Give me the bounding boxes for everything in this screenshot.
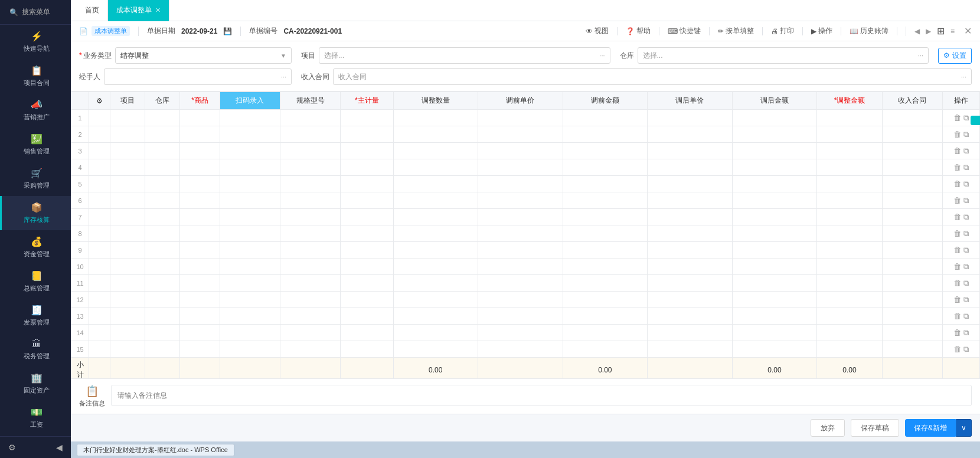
search-menu-button[interactable]: 🔍 搜索菜单	[6, 5, 65, 19]
right-tab-1[interactable]	[971, 116, 980, 125]
row-copy-3[interactable]: ⧉	[963, 146, 969, 156]
cell-settings-9[interactable]	[89, 242, 110, 259]
cell-after_amount-1[interactable]	[732, 110, 817, 126]
sidebar-search-area[interactable]: 🔍 搜索菜单	[0, 0, 71, 25]
cell-adj_qty-6[interactable]	[393, 192, 478, 209]
cell-project-15[interactable]	[110, 341, 145, 358]
cell-actions-3[interactable]: 🗑⧉	[943, 143, 980, 159]
col-scan[interactable]: 扫码录入	[220, 92, 280, 110]
row-delete-12[interactable]: 🗑	[953, 295, 961, 305]
cell-project-10[interactable]	[110, 259, 145, 275]
row-delete-8[interactable]: 🗑	[953, 229, 961, 238]
cell-actions-12[interactable]: 🗑⧉	[943, 292, 980, 308]
cell-income_contract-10[interactable]	[882, 259, 942, 275]
biz-type-input[interactable]: 结存调整 ▼	[115, 47, 292, 64]
cell-scan-8[interactable]	[220, 225, 280, 242]
cell-settings-14[interactable]	[89, 325, 110, 341]
cell-actions-7[interactable]: 🗑⧉	[943, 209, 980, 225]
cell-prev_amount-4[interactable]	[563, 159, 648, 176]
cell-warehouse-8[interactable]	[145, 225, 180, 242]
cell-spec-15[interactable]	[280, 341, 341, 358]
cell-income_contract-4[interactable]	[882, 159, 942, 176]
collapse-icon[interactable]: ◀	[56, 443, 63, 452]
cell-unit-8[interactable]	[341, 225, 393, 242]
cell-product-14[interactable]	[180, 325, 220, 341]
handler-input[interactable]: ···	[104, 68, 292, 85]
sidebar-item-sales-promo[interactable]: 📣营销推广	[0, 93, 71, 127]
cell-adj_qty-15[interactable]	[393, 341, 478, 358]
cell-scan-9[interactable]	[220, 242, 280, 259]
cell-project-7[interactable]	[110, 209, 145, 225]
row-copy-5[interactable]: ⧉	[963, 179, 969, 189]
cell-adj_qty-2[interactable]	[393, 126, 478, 143]
cell-scan-15[interactable]	[220, 341, 280, 358]
cell-settings-1[interactable]	[89, 110, 110, 126]
cell-after_amount-10[interactable]	[732, 259, 817, 275]
cell-project-11[interactable]	[110, 275, 145, 292]
cell-prev_price-3[interactable]	[478, 143, 563, 159]
sidebar-item-tax-mgmt[interactable]: 🏛税务管理	[0, 333, 71, 367]
cell-unit-3[interactable]	[341, 143, 393, 159]
row-delete-10[interactable]: 🗑	[953, 262, 961, 271]
cell-spec-2[interactable]	[280, 126, 341, 143]
cell-prev_amount-9[interactable]	[563, 242, 648, 259]
cell-prev_amount-14[interactable]	[563, 325, 648, 341]
cell-prev_price-11[interactable]	[478, 275, 563, 292]
cell-warehouse-10[interactable]	[145, 259, 180, 275]
cell-after_amount-8[interactable]	[732, 225, 817, 242]
cell-settings-10[interactable]	[89, 259, 110, 275]
cell-adj_amount-2[interactable]	[817, 126, 883, 143]
cell-unit-4[interactable]	[341, 159, 393, 176]
cell-product-3[interactable]	[180, 143, 220, 159]
row-copy-14[interactable]: ⧉	[963, 328, 969, 338]
cell-income_contract-8[interactable]	[882, 225, 942, 242]
cell-prev_amount-6[interactable]	[563, 192, 648, 209]
cell-warehouse-11[interactable]	[145, 275, 180, 292]
cell-warehouse-7[interactable]	[145, 209, 180, 225]
cell-adj_amount-14[interactable]	[817, 325, 883, 341]
toolbar-print-button[interactable]: 🖨打印	[767, 25, 798, 37]
cell-prev_price-7[interactable]	[478, 209, 563, 225]
cell-after_amount-3[interactable]	[732, 143, 817, 159]
cell-prev_price-8[interactable]	[478, 225, 563, 242]
cell-spec-7[interactable]	[280, 209, 341, 225]
cell-spec-13[interactable]	[280, 308, 341, 325]
cell-adj_amount-10[interactable]	[817, 259, 883, 275]
cell-unit-9[interactable]	[341, 242, 393, 259]
tab-close-cost-adjust[interactable]: ✕	[155, 6, 161, 14]
cell-adj_amount-13[interactable]	[817, 308, 883, 325]
toolbar-help-button[interactable]: ❓帮助	[622, 25, 654, 37]
settings-icon[interactable]: ⚙	[8, 443, 16, 452]
cell-project-13[interactable]	[110, 308, 145, 325]
cell-actions-4[interactable]: 🗑⧉	[943, 159, 980, 176]
cell-warehouse-9[interactable]	[145, 242, 180, 259]
cell-settings-4[interactable]	[89, 159, 110, 176]
cell-prev_amount-13[interactable]	[563, 308, 648, 325]
toolbar-view-button[interactable]: 👁视图	[582, 25, 612, 37]
cell-adj_qty-8[interactable]	[393, 225, 478, 242]
cell-spec-11[interactable]	[280, 275, 341, 292]
cell-actions-10[interactable]: 🗑⧉	[943, 259, 980, 275]
cell-adj_amount-6[interactable]	[817, 192, 883, 209]
cell-product-7[interactable]	[180, 209, 220, 225]
cell-project-8[interactable]	[110, 225, 145, 242]
cell-scan-4[interactable]	[220, 159, 280, 176]
cell-adj_amount-15[interactable]	[817, 341, 883, 358]
cell-prev_price-14[interactable]	[478, 325, 563, 341]
cell-project-1[interactable]	[110, 110, 145, 126]
row-copy-6[interactable]: ⧉	[963, 196, 969, 205]
cell-project-9[interactable]	[110, 242, 145, 259]
cell-actions-5[interactable]: 🗑⧉	[943, 176, 980, 192]
wps-task-item[interactable]: 木门行业好业财处理方案-墨红红.doc - WPS Office	[77, 444, 234, 456]
row-delete-9[interactable]: 🗑	[953, 246, 961, 255]
cell-adj_amount-11[interactable]	[817, 275, 883, 292]
cell-unit-6[interactable]	[341, 192, 393, 209]
cell-actions-2[interactable]: 🗑⧉	[943, 126, 980, 143]
cell-adj_qty-1[interactable]	[393, 110, 478, 126]
row-delete-2[interactable]: 🗑	[953, 130, 961, 139]
cell-warehouse-4[interactable]	[145, 159, 180, 176]
cell-prev_price-9[interactable]	[478, 242, 563, 259]
cell-after_price-10[interactable]	[648, 259, 733, 275]
sidebar-item-payroll[interactable]: 💵工资	[0, 401, 71, 435]
cell-actions-15[interactable]: 🗑⧉	[943, 341, 980, 358]
